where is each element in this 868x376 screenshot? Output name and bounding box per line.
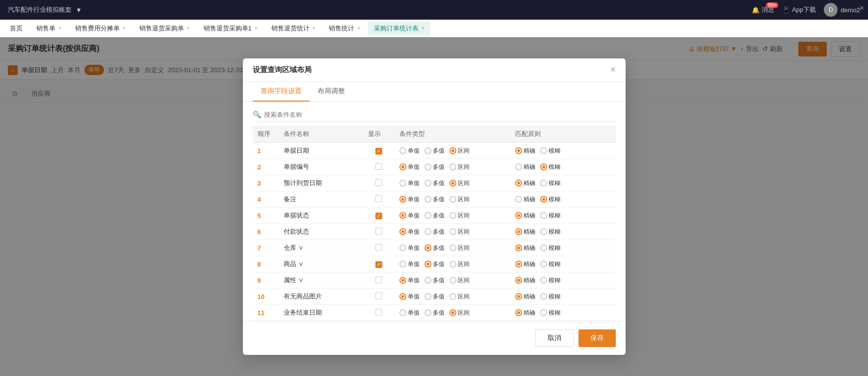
tab-tab5-close[interactable]: × bbox=[313, 26, 316, 31]
match-radio-item[interactable]: 模糊 bbox=[540, 147, 560, 155]
tab-tab6-close[interactable]: × bbox=[357, 26, 360, 31]
display-checkbox[interactable] bbox=[375, 276, 382, 283]
display-checkbox[interactable] bbox=[375, 213, 382, 219]
modal-close-button[interactable]: × bbox=[610, 65, 616, 75]
type-radio-item[interactable]: 单值 bbox=[399, 163, 420, 171]
type-radio-item[interactable]: 多值 bbox=[424, 212, 445, 220]
display-checkbox[interactable] bbox=[375, 293, 382, 299]
type-radio-item[interactable]: 区间 bbox=[449, 276, 470, 285]
type-radio-item[interactable]: 区间 bbox=[449, 212, 470, 220]
tab-tab4-close[interactable]: × bbox=[255, 26, 258, 31]
display-checkbox[interactable] bbox=[375, 179, 382, 186]
tab-sales-expense[interactable]: 销售费用分摊单 × bbox=[69, 22, 132, 35]
match-radio-item[interactable]: 模糊 bbox=[540, 293, 560, 301]
type-radio-item[interactable]: 区间 bbox=[449, 147, 470, 155]
tab-purchase-stats[interactable]: 采购订单统计表 × bbox=[368, 22, 430, 35]
row-display[interactable] bbox=[363, 159, 395, 175]
match-radio-item[interactable]: 模糊 bbox=[540, 195, 560, 204]
save-button[interactable]: 保存 bbox=[579, 329, 616, 347]
row-display[interactable] bbox=[363, 208, 395, 224]
type-radio-item[interactable]: 单值 bbox=[399, 244, 420, 252]
row-display[interactable] bbox=[363, 191, 395, 208]
type-radio-item[interactable]: 多值 bbox=[424, 179, 445, 188]
tab-home[interactable]: 首页 bbox=[4, 22, 28, 35]
modal-search-input[interactable] bbox=[264, 111, 616, 118]
type-radio-item[interactable]: 单值 bbox=[399, 260, 420, 269]
type-radio-item[interactable]: 区间 bbox=[449, 293, 470, 301]
notification-area[interactable]: 🔔 消息 99+ bbox=[752, 5, 774, 14]
display-checkbox[interactable] bbox=[375, 228, 382, 235]
app-download[interactable]: 📱 App下载 bbox=[782, 5, 816, 14]
row-display[interactable] bbox=[363, 256, 395, 272]
match-radio-item[interactable]: 模糊 bbox=[540, 244, 560, 252]
type-radio-item[interactable]: 单值 bbox=[399, 293, 420, 301]
match-radio-item[interactable]: 精确 bbox=[515, 293, 535, 301]
display-checkbox[interactable] bbox=[375, 148, 382, 155]
type-radio-item[interactable]: 多值 bbox=[424, 163, 445, 171]
type-radio-item[interactable]: 单值 bbox=[399, 309, 420, 317]
match-radio-item[interactable]: 精确 bbox=[515, 147, 535, 155]
tab-tab4[interactable]: 销售退货采购单1 × bbox=[198, 22, 263, 35]
display-checkbox[interactable] bbox=[375, 309, 382, 316]
tab-sales-expense-close[interactable]: × bbox=[123, 26, 126, 31]
match-radio-item[interactable]: 精确 bbox=[515, 163, 535, 171]
type-radio-item[interactable]: 区间 bbox=[449, 260, 470, 269]
match-radio-item[interactable]: 精确 bbox=[515, 228, 535, 236]
type-radio-item[interactable]: 单值 bbox=[399, 276, 420, 285]
row-display[interactable] bbox=[363, 272, 395, 289]
display-checkbox[interactable] bbox=[375, 244, 382, 251]
type-radio-item[interactable]: 多值 bbox=[424, 293, 445, 301]
display-checkbox[interactable] bbox=[375, 261, 382, 268]
match-radio-item[interactable]: 模糊 bbox=[540, 163, 560, 171]
tab-sales-order-close[interactable]: × bbox=[58, 26, 61, 31]
type-radio-item[interactable]: 单值 bbox=[399, 195, 420, 204]
row-display[interactable] bbox=[363, 224, 395, 240]
match-radio-item[interactable]: 精确 bbox=[515, 309, 535, 317]
type-radio-item[interactable]: 区间 bbox=[449, 228, 470, 236]
tab-tab3[interactable]: 销售退货采购单 × bbox=[133, 22, 196, 35]
tab-purchase-stats-close[interactable]: × bbox=[421, 26, 424, 31]
dropdown-icon[interactable]: ▼ bbox=[76, 6, 82, 14]
type-radio-item[interactable]: 区间 bbox=[449, 195, 470, 204]
type-radio-item[interactable]: 区间 bbox=[449, 179, 470, 188]
type-radio-item[interactable]: 多值 bbox=[424, 260, 445, 269]
match-radio-item[interactable]: 模糊 bbox=[540, 228, 560, 236]
type-radio-item[interactable]: 多值 bbox=[424, 276, 445, 285]
match-radio-item[interactable]: 精确 bbox=[515, 276, 535, 285]
type-radio-item[interactable]: 单值 bbox=[399, 147, 420, 155]
match-radio-item[interactable]: 精确 bbox=[515, 244, 535, 252]
display-checkbox[interactable] bbox=[375, 195, 382, 202]
type-radio-item[interactable]: 多值 bbox=[424, 309, 445, 317]
row-display[interactable] bbox=[363, 175, 395, 191]
type-radio-item[interactable]: 多值 bbox=[424, 244, 445, 252]
match-radio-item[interactable]: 精确 bbox=[515, 212, 535, 220]
match-radio-item[interactable]: 模糊 bbox=[540, 179, 560, 188]
type-radio-item[interactable]: 单值 bbox=[399, 212, 420, 220]
top-close-button[interactable]: × bbox=[860, 4, 864, 13]
type-radio-item[interactable]: 区间 bbox=[449, 163, 470, 171]
row-display[interactable] bbox=[363, 143, 395, 159]
type-radio-item[interactable]: 多值 bbox=[424, 147, 445, 155]
match-radio-item[interactable]: 精确 bbox=[515, 179, 535, 188]
type-radio-item[interactable]: 多值 bbox=[424, 228, 445, 236]
type-radio-item[interactable]: 单值 bbox=[399, 228, 420, 236]
type-radio-item[interactable]: 区间 bbox=[449, 309, 470, 317]
user-area[interactable]: D demo2 bbox=[824, 3, 860, 17]
match-radio-item[interactable]: 模糊 bbox=[540, 212, 560, 220]
tab-sales-order[interactable]: 销售单 × bbox=[30, 22, 67, 35]
match-radio-item[interactable]: 模糊 bbox=[540, 276, 560, 285]
row-display[interactable] bbox=[363, 289, 395, 305]
display-checkbox[interactable] bbox=[375, 163, 382, 170]
tab-tab3-close[interactable]: × bbox=[187, 26, 190, 31]
modal-tab-layout-adjust[interactable]: 布局调整 bbox=[310, 82, 353, 102]
match-radio-item[interactable]: 精确 bbox=[515, 260, 535, 269]
modal-tab-query-fields[interactable]: 查询字段设置 bbox=[253, 82, 310, 102]
row-display[interactable] bbox=[363, 305, 395, 321]
type-radio-item[interactable]: 单值 bbox=[399, 179, 420, 188]
type-radio-item[interactable]: 区间 bbox=[449, 244, 470, 252]
tab-tab6[interactable]: 销售统计 × bbox=[323, 22, 366, 35]
match-radio-item[interactable]: 模糊 bbox=[540, 260, 560, 269]
match-radio-item[interactable]: 精确 bbox=[515, 195, 535, 204]
cancel-button[interactable]: 取消 bbox=[535, 329, 574, 347]
tab-tab5[interactable]: 销售退货统计 × bbox=[265, 22, 321, 35]
